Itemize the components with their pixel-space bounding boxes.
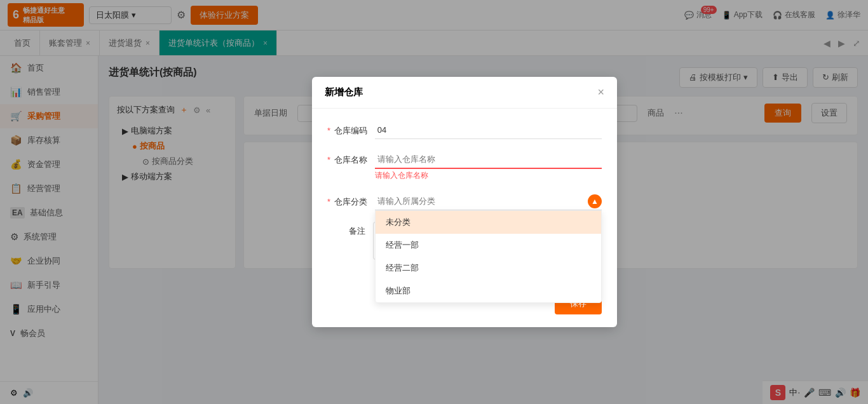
modal-close-button[interactable]: × bbox=[597, 86, 604, 99]
dropdown-item-dept1[interactable]: 经营一部 bbox=[376, 234, 601, 257]
notes-label: 备注 bbox=[327, 222, 365, 237]
category-label: * 仓库分类 bbox=[327, 192, 367, 208]
category-dropdown: 未分类 经营一部 经营二部 物业部 bbox=[375, 210, 602, 303]
form-row-name: * 仓库名称 请输入仓库名称 bbox=[327, 151, 602, 181]
code-label: * 仓库编码 bbox=[327, 121, 367, 137]
dropdown-item-dept3[interactable]: 物业部 bbox=[376, 279, 601, 302]
code-input-wrap bbox=[375, 121, 602, 139]
name-input-wrap: 请输入仓库名称 bbox=[375, 151, 602, 181]
category-toggle-button[interactable]: ▲ bbox=[588, 194, 602, 208]
modal-header: 新增仓库 × bbox=[312, 77, 617, 109]
category-input-row: ▲ bbox=[375, 192, 602, 210]
add-warehouse-modal: 新增仓库 × * 仓库编码 * 仓库名称 请输入仓库名称 bbox=[312, 77, 617, 327]
name-required-star: * bbox=[327, 155, 330, 165]
dropdown-item-dept2[interactable]: 经营二部 bbox=[376, 257, 601, 279]
category-input[interactable] bbox=[375, 192, 588, 210]
name-label: * 仓库名称 bbox=[327, 151, 367, 166]
form-row-code: * 仓库编码 bbox=[327, 121, 602, 139]
name-error-hint: 请输入仓库名称 bbox=[375, 170, 602, 181]
dropdown-item-uncategorized[interactable]: 未分类 bbox=[376, 211, 601, 234]
category-wrap: ▲ 未分类 经营一部 经营二部 物业部 bbox=[375, 192, 602, 210]
code-input[interactable] bbox=[375, 121, 602, 139]
code-required-star: * bbox=[327, 126, 330, 135]
form-row-category: * 仓库分类 ▲ 未分类 经营一部 经营二部 bbox=[327, 192, 602, 210]
name-input[interactable] bbox=[375, 151, 602, 169]
modal-body: * 仓库编码 * 仓库名称 请输入仓库名称 * 仓库分类 bbox=[312, 109, 617, 286]
modal-title: 新增仓库 bbox=[325, 86, 363, 98]
category-required-star: * bbox=[327, 197, 330, 206]
